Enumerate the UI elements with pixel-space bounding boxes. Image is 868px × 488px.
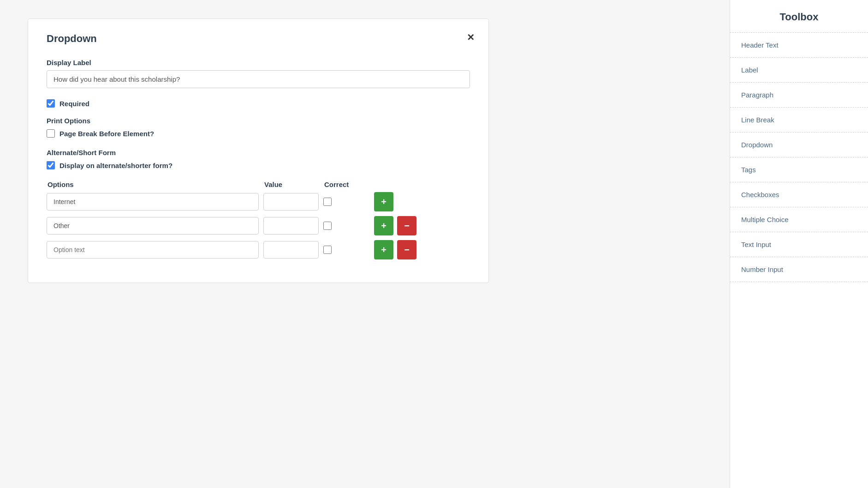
toolbox-item-number-input[interactable]: Number Input [730, 257, 868, 282]
panel-title: Dropdown [47, 33, 470, 45]
toolbox-item-label[interactable]: Label [730, 58, 868, 83]
toolbox-item-text-input[interactable]: Text Input [730, 232, 868, 257]
option-text-input-2[interactable] [47, 217, 259, 235]
print-options-heading: Print Options [47, 117, 470, 125]
correct-checkbox-3[interactable] [323, 246, 332, 254]
toolbox-item-line-break[interactable]: Line Break [730, 108, 868, 133]
toolbox-title: Toolbox [730, 0, 868, 33]
option-row-2: + − [47, 216, 470, 235]
display-label-heading: Display Label [47, 59, 470, 66]
minus-icon-2: − [404, 221, 410, 231]
btn-group-2: + − [374, 216, 470, 235]
options-header: Options Value Correct [47, 181, 470, 188]
toolbox-item-checkboxes[interactable]: Checkboxes [730, 182, 868, 207]
alternate-form-checkbox[interactable] [47, 161, 55, 169]
plus-icon-1: + [381, 197, 386, 207]
add-option-btn-2[interactable]: + [374, 216, 393, 235]
col-actions-header [375, 181, 470, 188]
minus-icon-3: − [404, 245, 410, 255]
btn-group-3: + − [374, 240, 470, 259]
alternate-form-row: Display on alternate/shorter form? [47, 161, 470, 169]
option-row-1: + [47, 192, 470, 211]
page-break-checkbox[interactable] [47, 129, 55, 138]
correct-checkbox-1[interactable] [323, 198, 332, 206]
toolbox-item-tags[interactable]: Tags [730, 157, 868, 182]
toolbox-item-header-text[interactable]: Header Text [730, 33, 868, 58]
alternate-form-label: Display on alternate/shorter form? [59, 162, 172, 169]
plus-icon-3: + [381, 245, 386, 255]
required-checkbox[interactable] [47, 99, 55, 108]
add-option-btn-1[interactable]: + [374, 192, 393, 211]
option-row-3: + − [47, 240, 470, 259]
required-label: Required [59, 100, 89, 108]
toolbox-item-paragraph[interactable]: Paragraph [730, 83, 868, 108]
remove-option-btn-2[interactable]: − [397, 216, 416, 235]
display-label-input[interactable] [47, 70, 470, 88]
option-text-input-3[interactable] [47, 241, 259, 259]
page-break-row: Page Break Before Element? [47, 129, 470, 138]
plus-icon-2: + [381, 221, 386, 231]
toolbox-item-multiple-choice[interactable]: Multiple Choice [730, 207, 868, 232]
remove-option-btn-3[interactable]: − [397, 240, 416, 259]
btn-group-1: + [374, 192, 470, 211]
option-value-input-3[interactable] [263, 241, 319, 259]
option-value-input-2[interactable] [263, 217, 319, 235]
add-option-btn-3[interactable]: + [374, 240, 393, 259]
col-correct-header: Correct [324, 181, 370, 188]
print-options-section: Print Options Page Break Before Element? [47, 117, 470, 138]
alternate-form-section: Alternate/Short Form Display on alternat… [47, 149, 470, 169]
options-table: Options Value Correct + [47, 181, 470, 259]
option-value-input-1[interactable] [263, 193, 319, 211]
required-row: Required [47, 99, 470, 108]
page-break-label: Page Break Before Element? [59, 130, 154, 138]
alternate-form-heading: Alternate/Short Form [47, 149, 470, 157]
display-label-section: Display Label [47, 59, 470, 88]
col-value-header: Value [264, 181, 320, 188]
main-content: Dropdown ✕ Display Label Required Print … [0, 0, 730, 488]
toolbox: Toolbox Header TextLabelParagraphLine Br… [730, 0, 868, 488]
toolbox-item-dropdown[interactable]: Dropdown [730, 133, 868, 157]
dropdown-panel: Dropdown ✕ Display Label Required Print … [28, 18, 489, 283]
close-button[interactable]: ✕ [467, 32, 475, 43]
col-options-header: Options [48, 181, 260, 188]
correct-checkbox-2[interactable] [323, 222, 332, 230]
option-text-input-1[interactable] [47, 193, 259, 211]
